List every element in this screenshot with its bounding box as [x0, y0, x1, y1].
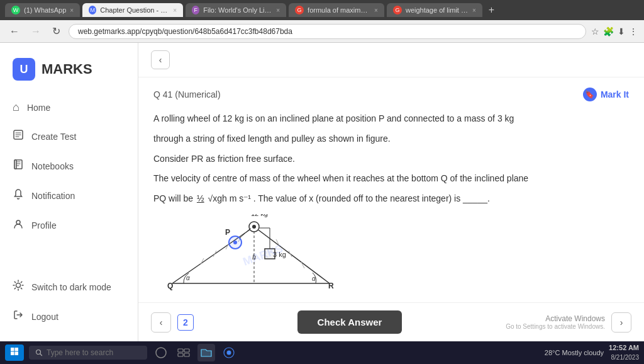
prev-question-button[interactable]: ‹ [151, 312, 171, 333]
svg-text:P: P [225, 228, 230, 237]
tab-filo[interactable]: F Filo: World's Only Live Inst... × [186, 3, 286, 17]
sidebar: U MARKS ⌂ Home Create Test [0, 43, 138, 341]
tab-close-marks[interactable]: × [173, 7, 177, 14]
physics-figure: P 12 kg 3 kg Q R h α α MARKS [153, 214, 355, 296]
logo-icon: U [13, 58, 35, 81]
svg-text:Q: Q [167, 282, 173, 290]
logout-icon [13, 309, 24, 324]
sidebar-item-dark-mode[interactable]: Switch to dark mode [0, 272, 138, 302]
profile-icon [13, 218, 24, 232]
mark-it-icon: 🔖 [583, 88, 597, 101]
browser-chrome: W (1) WhatsApp × M Chapter Question - MA… [0, 0, 644, 20]
taskbar: 28°C Mostly cloudy 12:52 AM 8/21/2023 [0, 341, 644, 364]
content-header: ‹ [138, 43, 644, 77]
taskbar-chrome[interactable] [220, 344, 238, 361]
profile-label: Profile [31, 220, 57, 230]
back-content-button[interactable]: ‹ [151, 50, 170, 69]
figure-container: P 12 kg 3 kg Q R h α α MARKS [153, 214, 629, 296]
question-line-3: Consider PR as friction free surface. [153, 152, 629, 167]
svg-line-6 [172, 227, 254, 283]
svg-rect-41 [178, 353, 183, 356]
question-meta: Q 41 (Numerical) 🔖 Mark It [153, 88, 629, 101]
tab-whatsapp[interactable]: W (1) WhatsApp × [5, 3, 80, 17]
svg-rect-40 [184, 349, 189, 352]
extensions-icon[interactable]: 🧩 [603, 26, 614, 37]
svg-point-3 [16, 220, 20, 224]
svg-rect-33 [11, 348, 14, 351]
question-area: Q 41 (Numerical) 🔖 Mark It A rolling whe… [138, 77, 644, 302]
forward-button[interactable]: → [28, 25, 44, 38]
sidebar-item-notebooks[interactable]: Notebooks [0, 151, 138, 181]
tab-google1[interactable]: G formula of maximum elong... × [289, 3, 384, 17]
notification-label: Notification [31, 191, 75, 201]
dark-mode-label: Switch to dark mode [31, 282, 111, 292]
address-input[interactable] [69, 24, 586, 39]
question-line-1: A rolling wheel of 12 kg is on an inclin… [153, 111, 629, 127]
svg-rect-2 [14, 160, 16, 169]
back-button[interactable]: ← [6, 25, 23, 38]
tab-close-g1[interactable]: × [374, 7, 378, 14]
check-answer-button[interactable]: Check Answer [297, 310, 402, 334]
fraction-symbol: ½ [197, 193, 204, 203]
svg-point-17 [252, 225, 256, 229]
tab-google2[interactable]: G weightage of limit continuit... × [387, 3, 482, 17]
toolbar-icons: ☆ 🧩 ⬇ ⋮ [591, 26, 638, 37]
address-bar: ← → ↻ ☆ 🧩 ⬇ ⋮ [0, 20, 644, 43]
menu-icon[interactable]: ⋮ [629, 26, 638, 37]
start-button[interactable] [5, 344, 24, 361]
marks-favicon: M [89, 6, 96, 14]
home-icon: ⌂ [13, 101, 19, 114]
svg-text:12 kg: 12 kg [251, 214, 268, 217]
notebooks-label: Notebooks [31, 161, 74, 171]
mark-it-button[interactable]: 🔖 Mark It [583, 88, 629, 101]
answer-number: 2 [177, 314, 194, 331]
svg-point-4 [16, 283, 21, 288]
svg-rect-36 [15, 352, 19, 356]
sidebar-item-logout[interactable]: Logout [0, 302, 138, 331]
svg-point-44 [227, 351, 231, 355]
question-line-4: The velocity of centre of mass of the wh… [153, 171, 629, 186]
notebooks-icon [13, 159, 24, 173]
taskbar-cortana[interactable] [152, 344, 170, 361]
tab-close-g2[interactable]: × [472, 7, 476, 14]
bottom-navigation: ‹ 2 Check Answer Activate Windows Go to … [138, 302, 644, 341]
sidebar-item-profile[interactable]: Profile [0, 210, 138, 240]
sidebar-item-notification[interactable]: Notification [0, 181, 138, 210]
svg-text:R: R [328, 282, 334, 290]
logout-label: Logout [31, 312, 58, 322]
content-area: ‹ Q 41 (Numerical) 🔖 Mark It A rolling w… [138, 43, 644, 341]
download-icon[interactable]: ⬇ [618, 26, 625, 37]
taskbar-search-input[interactable] [47, 348, 141, 357]
new-tab-button[interactable]: + [485, 4, 498, 16]
sidebar-logo: U MARKS [0, 53, 138, 93]
app-name: MARKS [42, 61, 92, 77]
main-container: U MARKS ⌂ Home Create Test [0, 43, 644, 341]
svg-rect-35 [11, 352, 14, 356]
taskbar-explorer[interactable] [197, 344, 215, 361]
svg-rect-34 [15, 348, 19, 351]
svg-point-38 [156, 348, 166, 358]
tab-close-whatsapp[interactable]: × [70, 7, 74, 14]
svg-text:α: α [186, 275, 190, 282]
svg-text:α: α [312, 275, 316, 282]
svg-line-10 [213, 251, 216, 257]
weather-info: 28°C Mostly cloudy [545, 349, 604, 356]
dark-mode-icon [13, 280, 24, 294]
svg-text:MARKS: MARKS [242, 242, 285, 268]
reload-button[interactable]: ↻ [49, 24, 64, 38]
tab-close-filo[interactable]: × [276, 7, 280, 14]
mark-it-label: Mark It [601, 89, 629, 100]
whatsapp-favicon: W [11, 6, 20, 14]
svg-rect-39 [178, 349, 183, 352]
svg-line-14 [289, 251, 292, 257]
next-question-button[interactable]: › [611, 312, 631, 333]
bookmark-icon[interactable]: ☆ [591, 26, 599, 37]
question-number: Q 41 (Numerical) [153, 89, 221, 100]
question-body: A rolling wheel of 12 kg is on an inclin… [153, 111, 629, 207]
sidebar-item-home[interactable]: ⌂ Home [0, 93, 138, 122]
sidebar-item-create-test[interactable]: Create Test [0, 122, 138, 151]
tab-marks[interactable]: M Chapter Question - MARKS × [82, 3, 183, 17]
taskbar-taskview[interactable] [175, 344, 192, 361]
taskbar-search[interactable] [29, 346, 147, 360]
activate-windows-notice: Activate Windows Go to Settings to activ… [506, 314, 605, 330]
